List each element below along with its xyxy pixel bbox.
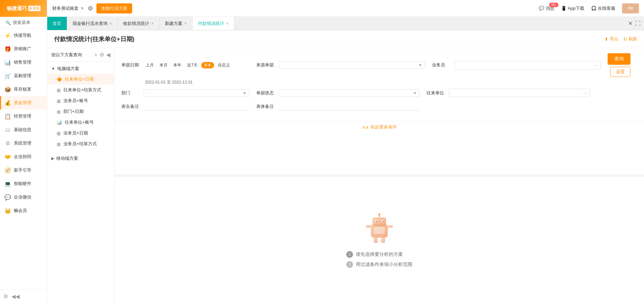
filter-panel: 单据日期 上月 本月 本年 近7天 更多 自定义 xyxy=(115,48,644,174)
service-icon: 🎧 xyxy=(591,6,596,11)
sidebar-item-label: 智能硬件 xyxy=(14,181,31,187)
sidebar-item-basic[interactable]: 🗂 基础信息 xyxy=(0,123,47,137)
sidebar-item-purchase[interactable]: 🛒 采购管理 xyxy=(0,69,47,83)
scheme-item-label-staff-date: 业务员+日期 xyxy=(63,130,88,136)
scheme-panel-header: 按以下方案查询 + ⚙ ◀ xyxy=(47,48,114,62)
sidebar-item-sales[interactable]: 📊 销售管理 xyxy=(0,56,47,69)
scheme-item-unit-settle[interactable]: ▦ 往来单位+结算方式 xyxy=(47,85,114,95)
export-icon: ⬆ xyxy=(605,37,608,42)
empty-tips: 1 请先选择要分析的方案 2 用过滤条件来缩小分析范围 xyxy=(346,251,412,268)
sidebar-item-cooperation[interactable]: 🤝 企业协同 xyxy=(0,150,47,163)
scheme-settings-btn[interactable]: ⚙ xyxy=(99,52,104,58)
trial-btn[interactable]: 体验行业方案 xyxy=(96,3,132,13)
tab-close-all-btn[interactable]: ✕ xyxy=(628,20,633,27)
tab-new-scheme[interactable]: 新建方案 × xyxy=(159,17,193,30)
date-btn-custom[interactable]: 自定义 xyxy=(216,62,232,69)
tab-receipt-stats[interactable]: 收款情况统计 × xyxy=(118,17,159,30)
filter-source-select[interactable]: ▼ xyxy=(279,61,425,69)
empty-state-illustration xyxy=(362,212,396,246)
scheme-section-mobile-header[interactable]: ▶ 移动端方案 xyxy=(47,153,114,163)
topbar: 财务测试账套 ▼ ⚙ 体验行业方案 💬 消息 99+ 📱 App下载 🎧 在线客… xyxy=(47,0,644,17)
topbar-settings-icon[interactable]: ⚙ xyxy=(88,5,93,12)
refresh-btn[interactable]: ↻ 刷新 xyxy=(623,36,637,42)
sidebar-collapse-btn[interactable]: ◀◀ xyxy=(11,293,20,300)
tip-num-1: 1 xyxy=(346,251,353,258)
tab-bank-flow[interactable]: 现金银行流水查询 × xyxy=(67,17,118,30)
filter-unit-select[interactable]: ··· xyxy=(449,89,590,97)
svg-point-4 xyxy=(376,221,377,222)
tab-new-scheme-label: 新建方案 xyxy=(165,21,182,27)
empty-state: 1 请先选择要分析的方案 2 用过滤条件来缩小分析范围 xyxy=(115,177,644,303)
date-btn-7days[interactable]: 近7天 xyxy=(185,62,200,69)
date-btn-last-month[interactable]: 上月 xyxy=(144,62,156,69)
marketing-icon: 🎁 xyxy=(4,46,11,52)
scheme-item-unit-date[interactable]: 🔶 往来单位+日期 xyxy=(47,74,114,85)
tab-payment-stats-close[interactable]: × xyxy=(226,21,229,26)
filter-header-note-input[interactable] xyxy=(144,102,250,111)
date-btn-this-month[interactable]: 本月 xyxy=(157,62,170,69)
collapse-btn[interactable]: ∧∧ 收起更多条件 xyxy=(115,121,644,133)
tab-payment-stats[interactable]: 付款情况统计 × xyxy=(193,17,234,30)
sidebar-item-inventory[interactable]: 📦 库存核算 xyxy=(0,83,47,96)
sidebar-item-label: 新手引导 xyxy=(14,167,31,173)
scheme-section-pc: ▼ 电脑端方案 🔶 往来单位+日期 ▦ 往来单位+结算方式 ▦ 业务员+账号 xyxy=(47,62,114,151)
filter-header-note-field: 表头备注 xyxy=(121,102,250,111)
filter-status-select[interactable]: ▼ xyxy=(279,89,420,97)
scheme-item-dept-date[interactable]: ▦ 部门+日期 xyxy=(47,106,114,117)
scheme-section-pc-header[interactable]: ▼ 电脑端方案 xyxy=(47,64,114,74)
scheme-item-staff-date[interactable]: ▦ 业务员+日期 xyxy=(47,128,114,139)
date-btn-this-year[interactable]: 本年 xyxy=(171,62,183,69)
scheme-item-label-staff-account: 业务员+账号 xyxy=(63,98,88,104)
scheme-item-label-unit-date: 往来单位+日期 xyxy=(65,76,94,82)
filter-unit-field: 往来单位 ··· xyxy=(427,89,590,97)
export-btn[interactable]: ⬆ 导出 xyxy=(605,36,618,42)
message-badge: 99+ xyxy=(549,3,558,7)
scheme-item-icon-staff-account: ▦ xyxy=(57,98,61,103)
topbar-message[interactable]: 💬 消息 99+ xyxy=(539,5,554,11)
scheme-item-staff-settle[interactable]: ▦ 业务员+结算方式 xyxy=(47,139,114,149)
sidebar-search[interactable]: 🔍 搜索菜单 xyxy=(0,17,47,29)
sidebar-item-wechat[interactable]: 💬 企业微信 xyxy=(0,190,47,204)
scheme-item-icon-unit-settle: ▦ xyxy=(57,88,61,93)
sidebar-item-guide[interactable]: 🧭 新手引导 xyxy=(0,163,47,177)
filter-dept-select[interactable]: ▼ xyxy=(144,89,250,97)
scheme-panel-actions: + ⚙ ◀ xyxy=(94,52,110,58)
sidebar-item-marketing[interactable]: 🎁 营销推广 xyxy=(0,42,47,56)
scheme-collapse-btn[interactable]: ◀ xyxy=(106,52,110,58)
filter-dept-field: 部门 ▼ xyxy=(121,89,250,97)
filter-unit-dots[interactable]: ··· xyxy=(583,90,587,95)
svg-rect-9 xyxy=(388,225,393,228)
query-btn[interactable]: 查询 xyxy=(608,53,631,65)
date-btn-more[interactable]: 更多 xyxy=(201,62,214,68)
sidebar-settings-btn[interactable]: ⚙ xyxy=(3,293,8,300)
scheme-item-label-unit-settle: 往来单位+结算方式 xyxy=(63,87,101,93)
tab-maximize-btn[interactable]: ⛶ xyxy=(635,21,641,27)
scheme-section-mobile-arrow: ▶ xyxy=(51,156,54,161)
tab-home[interactable]: 首页 xyxy=(47,17,67,30)
filter-staff-dots[interactable]: ··· xyxy=(594,63,598,68)
filter-staff-select[interactable]: ··· xyxy=(454,61,601,69)
scheme-section-mobile-title: 移动端方案 xyxy=(56,155,78,161)
topbar-profile[interactable]: 财务测试账套 ▼ xyxy=(52,5,84,11)
topbar-online-service[interactable]: 🎧 在线客服 xyxy=(591,5,615,11)
sidebar-item-quick-nav[interactable]: ⚡ 快捷导航 xyxy=(0,29,47,42)
topbar-app-download[interactable]: 📱 App下载 xyxy=(561,5,584,11)
tab-receipt-stats-close[interactable]: × xyxy=(151,21,154,26)
sidebar-item-hardware[interactable]: 💻 智能硬件 xyxy=(0,177,47,190)
profile-name: 财务测试账套 xyxy=(52,5,79,11)
scheme-item-staff-account[interactable]: ▦ 业务员+账号 xyxy=(47,95,114,106)
filter-settings-btn[interactable]: 设置 xyxy=(610,67,631,77)
scheme-add-btn[interactable]: + xyxy=(94,52,97,58)
scheme-item-unit-account[interactable]: 📊 往来单位+账号 xyxy=(47,117,114,128)
sidebar-item-vip[interactable]: 👑 畅会员 xyxy=(0,204,47,217)
tab-bank-flow-close[interactable]: × xyxy=(110,21,112,26)
sales-icon: 📊 xyxy=(4,59,11,66)
tab-new-scheme-close[interactable]: × xyxy=(184,21,187,26)
sidebar-item-operation[interactable]: 📋 经营管理 xyxy=(0,110,47,123)
sidebar-item-capital[interactable]: 💰 资金管理 xyxy=(0,96,47,110)
sidebar-item-label: 畅会员 xyxy=(14,208,27,214)
service-label: 在线客服 xyxy=(598,5,615,11)
filter-body-note-input[interactable] xyxy=(279,102,420,111)
sidebar-item-system[interactable]: ⚙ 系统管理 xyxy=(0,137,47,150)
topbar-avatar[interactable]: Rit xyxy=(622,3,639,13)
